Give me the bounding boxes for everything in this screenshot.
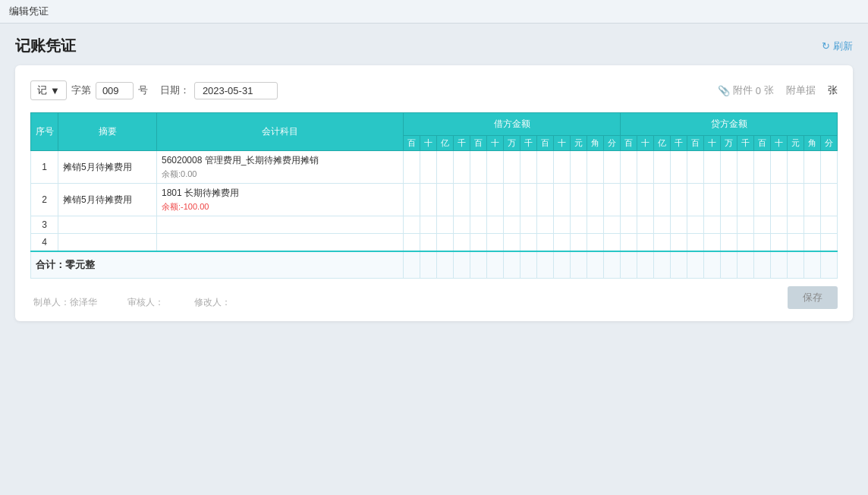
- debit-cell[interactable]: [404, 234, 420, 252]
- credit-cell[interactable]: [621, 184, 637, 216]
- voucher-number-field[interactable]: 009: [96, 82, 134, 99]
- debit-cell[interactable]: [437, 216, 454, 234]
- credit-cell[interactable]: [804, 216, 821, 234]
- credit-cell[interactable]: [621, 216, 637, 234]
- credit-cell[interactable]: [704, 151, 721, 184]
- debit-cell[interactable]: [587, 234, 604, 252]
- row-account[interactable]: [157, 234, 404, 252]
- debit-cell[interactable]: [420, 151, 437, 184]
- credit-cell[interactable]: [621, 151, 637, 184]
- debit-cell[interactable]: [537, 184, 554, 216]
- debit-cell[interactable]: [487, 234, 504, 252]
- credit-cell[interactable]: [704, 216, 721, 234]
- debit-cell[interactable]: [420, 184, 437, 216]
- credit-cell[interactable]: [737, 151, 754, 184]
- debit-cell[interactable]: [537, 216, 554, 234]
- debit-cell[interactable]: [604, 216, 621, 234]
- credit-cell[interactable]: [637, 234, 654, 252]
- credit-cell[interactable]: [788, 216, 804, 234]
- credit-cell[interactable]: [671, 234, 687, 252]
- credit-cell[interactable]: [821, 216, 838, 234]
- credit-cell[interactable]: [637, 184, 654, 216]
- debit-cell[interactable]: [604, 151, 621, 184]
- credit-cell[interactable]: [637, 216, 654, 234]
- credit-cell[interactable]: [754, 151, 771, 184]
- credit-cell[interactable]: [671, 184, 687, 216]
- credit-cell[interactable]: [687, 151, 704, 184]
- credit-cell[interactable]: [721, 151, 737, 184]
- debit-cell[interactable]: [404, 216, 420, 234]
- debit-cell[interactable]: [404, 184, 420, 216]
- credit-cell[interactable]: [687, 216, 704, 234]
- credit-cell[interactable]: [671, 151, 687, 184]
- debit-cell[interactable]: [470, 216, 487, 234]
- debit-cell[interactable]: [504, 216, 520, 234]
- date-field[interactable]: 2023-05-31: [194, 82, 278, 99]
- debit-cell[interactable]: [454, 234, 470, 252]
- debit-cell[interactable]: [504, 151, 520, 184]
- debit-cell[interactable]: [604, 234, 621, 252]
- credit-cell[interactable]: [754, 216, 771, 234]
- attach-link[interactable]: 📎 附件 0 张: [718, 84, 774, 97]
- debit-cell[interactable]: [571, 216, 587, 234]
- credit-cell[interactable]: [721, 216, 737, 234]
- credit-cell[interactable]: [737, 184, 754, 216]
- debit-cell[interactable]: [487, 151, 504, 184]
- row-summary[interactable]: 摊销5月待摊费用: [58, 184, 157, 216]
- credit-cell[interactable]: [704, 184, 721, 216]
- credit-cell[interactable]: [737, 234, 754, 252]
- credit-cell[interactable]: [821, 151, 838, 184]
- debit-cell[interactable]: [437, 184, 454, 216]
- debit-cell[interactable]: [520, 151, 537, 184]
- credit-cell[interactable]: [654, 151, 671, 184]
- debit-cell[interactable]: [454, 184, 470, 216]
- credit-cell[interactable]: [721, 234, 737, 252]
- row-account[interactable]: [157, 216, 404, 234]
- debit-cell[interactable]: [587, 216, 604, 234]
- credit-cell[interactable]: [821, 184, 838, 216]
- debit-cell[interactable]: [554, 184, 571, 216]
- credit-cell[interactable]: [771, 216, 788, 234]
- debit-cell[interactable]: [504, 184, 520, 216]
- credit-cell[interactable]: [687, 234, 704, 252]
- credit-cell[interactable]: [804, 151, 821, 184]
- debit-cell[interactable]: [470, 151, 487, 184]
- credit-cell[interactable]: [771, 234, 788, 252]
- debit-cell[interactable]: [537, 151, 554, 184]
- voucher-type-select[interactable]: 记 ▼: [30, 80, 67, 100]
- debit-cell[interactable]: [404, 151, 420, 184]
- debit-cell[interactable]: [571, 151, 587, 184]
- credit-cell[interactable]: [737, 216, 754, 234]
- debit-cell[interactable]: [554, 234, 571, 252]
- save-button[interactable]: 保存: [788, 286, 838, 309]
- row-account[interactable]: 56020008 管理费用_长期待摊费用摊销余额:0.00: [157, 151, 404, 184]
- debit-cell[interactable]: [587, 184, 604, 216]
- debit-cell[interactable]: [571, 234, 587, 252]
- credit-cell[interactable]: [671, 216, 687, 234]
- debit-cell[interactable]: [537, 234, 554, 252]
- debit-cell[interactable]: [454, 151, 470, 184]
- debit-cell[interactable]: [470, 234, 487, 252]
- debit-cell[interactable]: [487, 184, 504, 216]
- debit-cell[interactable]: [520, 216, 537, 234]
- credit-cell[interactable]: [771, 184, 788, 216]
- credit-cell[interactable]: [754, 234, 771, 252]
- debit-cell[interactable]: [554, 216, 571, 234]
- credit-cell[interactable]: [788, 184, 804, 216]
- credit-cell[interactable]: [804, 184, 821, 216]
- credit-cell[interactable]: [754, 184, 771, 216]
- credit-cell[interactable]: [687, 184, 704, 216]
- refresh-button[interactable]: ↻ 刷新: [822, 39, 853, 53]
- debit-cell[interactable]: [520, 234, 537, 252]
- debit-cell[interactable]: [571, 184, 587, 216]
- credit-cell[interactable]: [804, 234, 821, 252]
- row-account[interactable]: 1801 长期待摊费用余额:-100.00: [157, 184, 404, 216]
- credit-cell[interactable]: [654, 234, 671, 252]
- debit-cell[interactable]: [437, 151, 454, 184]
- debit-cell[interactable]: [454, 216, 470, 234]
- debit-cell[interactable]: [604, 184, 621, 216]
- credit-cell[interactable]: [654, 184, 671, 216]
- debit-cell[interactable]: [554, 151, 571, 184]
- credit-cell[interactable]: [771, 151, 788, 184]
- debit-cell[interactable]: [520, 184, 537, 216]
